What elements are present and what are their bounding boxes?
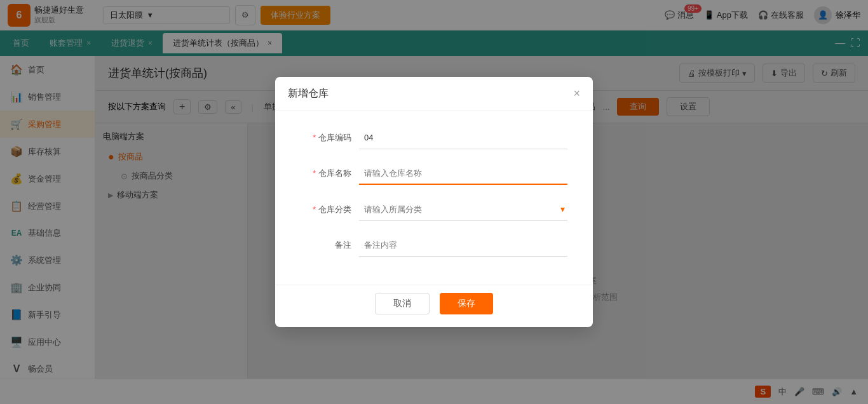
code-label: 仓库编码 [301,132,351,144]
warehouse-code-input[interactable] [359,126,567,149]
warehouse-category-input[interactable] [359,198,560,220]
modal-close-button[interactable]: × [573,87,580,100]
category-select-wrap: ▾ [359,198,567,221]
modal-header: 新增仓库 × [275,77,593,111]
category-dropdown-icon[interactable]: ▾ [560,204,565,214]
cancel-button[interactable]: 取消 [375,293,430,314]
note-label: 备注 [301,239,351,251]
modal-add-warehouse: 新增仓库 × 仓库编码 仓库名称 仓库分类 ▾ [275,77,593,327]
category-label: 仓库分类 [301,204,351,215]
modal-footer: 取消 保存 [275,285,593,327]
form-row-name: 仓库名称 [301,162,567,185]
modal-title: 新增仓库 [288,87,329,100]
warehouse-name-input[interactable] [359,162,567,185]
modal-body: 仓库编码 仓库名称 仓库分类 ▾ 备注 [275,111,593,285]
save-button[interactable]: 保存 [440,293,493,314]
form-row-note: 备注 [301,234,567,257]
form-row-category: 仓库分类 ▾ [301,198,567,221]
name-label: 仓库名称 [301,168,351,179]
modal-overlay: 新增仓库 × 仓库编码 仓库名称 仓库分类 ▾ [0,0,868,404]
warehouse-note-input[interactable] [359,234,567,257]
form-row-code: 仓库编码 [301,126,567,149]
